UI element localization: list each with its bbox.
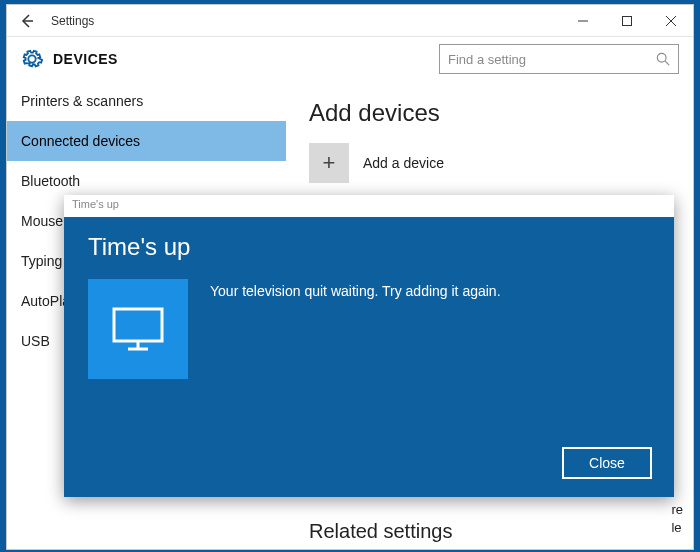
dialog-titlebar: Time's up bbox=[64, 195, 674, 217]
sidebar-item-label: USB bbox=[21, 333, 50, 349]
sidebar-item-label: Connected devices bbox=[21, 133, 140, 149]
close-icon bbox=[666, 16, 676, 26]
close-window-button[interactable] bbox=[649, 5, 693, 37]
svg-point-1 bbox=[657, 53, 666, 62]
dialog-message: Your television quit waiting. Try adding… bbox=[210, 279, 501, 299]
related-heading: Related settings bbox=[309, 520, 452, 543]
window-title: Settings bbox=[47, 14, 561, 28]
sidebar-item-label: Printers & scanners bbox=[21, 93, 143, 109]
partial-obscured-text: re le bbox=[671, 501, 683, 537]
search-input[interactable] bbox=[448, 52, 656, 67]
minimize-icon bbox=[578, 16, 588, 26]
titlebar: Settings bbox=[7, 5, 693, 37]
page-heading: DEVICES bbox=[53, 51, 118, 67]
window-controls bbox=[561, 5, 693, 37]
dialog-content-row: Your television quit waiting. Try adding… bbox=[88, 279, 650, 379]
arrow-left-icon bbox=[19, 13, 35, 29]
dialog-body: Time's up Your television quit waiting. … bbox=[64, 217, 674, 497]
gear-icon bbox=[21, 48, 43, 70]
sidebar-item-connected-devices[interactable]: Connected devices bbox=[7, 121, 286, 161]
close-button-label: Close bbox=[589, 455, 625, 471]
dialog-close-button[interactable]: Close bbox=[562, 447, 652, 479]
maximize-icon bbox=[622, 16, 632, 26]
timeout-dialog: Time's up Time's up Your television quit… bbox=[64, 195, 674, 497]
maximize-button[interactable] bbox=[605, 5, 649, 37]
add-device-label: Add a device bbox=[363, 155, 444, 171]
tv-icon bbox=[88, 279, 188, 379]
page-header: DEVICES bbox=[7, 37, 693, 81]
svg-rect-2 bbox=[114, 309, 162, 341]
search-icon bbox=[656, 52, 670, 66]
plus-icon: + bbox=[309, 143, 349, 183]
sidebar-item-printers[interactable]: Printers & scanners bbox=[7, 81, 286, 121]
back-button[interactable] bbox=[7, 5, 47, 37]
minimize-button[interactable] bbox=[561, 5, 605, 37]
svg-rect-0 bbox=[623, 16, 632, 25]
sidebar-item-label: Bluetooth bbox=[21, 173, 80, 189]
add-device-row[interactable]: + Add a device bbox=[309, 143, 671, 183]
dialog-actions: Close bbox=[562, 447, 652, 479]
dialog-heading: Time's up bbox=[88, 233, 650, 261]
main-heading: Add devices bbox=[309, 99, 671, 127]
sidebar-item-label: Typing bbox=[21, 253, 62, 269]
search-box[interactable] bbox=[439, 44, 679, 74]
